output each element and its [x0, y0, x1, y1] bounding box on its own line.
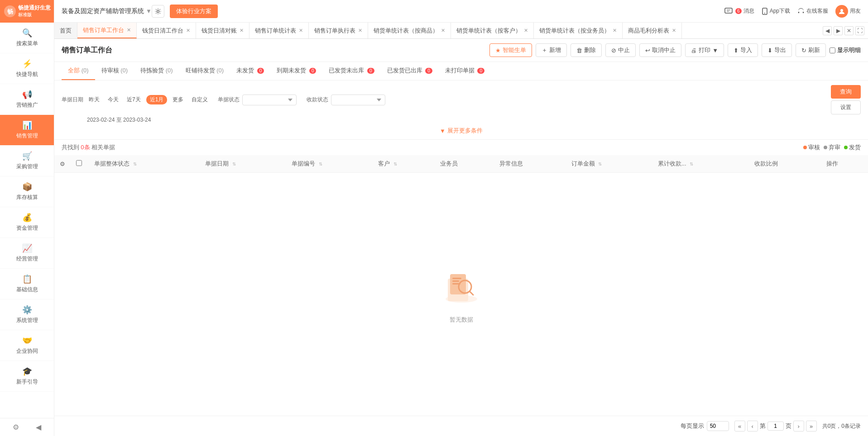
sub-tab-all[interactable]: 全部 (0): [62, 62, 95, 80]
tab-sales-stats-product[interactable]: 销货单统计表（按商品） ✕: [368, 23, 451, 38]
sidebar-item-system[interactable]: ⚙️ 系统管理: [0, 299, 54, 330]
tab-product-margin[interactable]: 商品毛利分析表 ✕: [623, 23, 682, 38]
tab-cash-reconcile-close-icon[interactable]: ✕: [240, 28, 244, 33]
page-number-input[interactable]: 1: [767, 422, 784, 431]
tab-sales-order-exec-close-icon[interactable]: ✕: [358, 28, 362, 33]
tab-sales-order-stats-close-icon[interactable]: ✕: [299, 28, 303, 33]
export-button[interactable]: ⬇ 导出: [762, 43, 792, 57]
col-settings[interactable]: ⚙: [54, 155, 71, 173]
filter-expand-button[interactable]: ▼ 展开更多条件: [62, 127, 861, 135]
tab-cash-daily[interactable]: 钱货日清工作台 ✕: [137, 23, 196, 38]
status-sort-icon[interactable]: ⇅: [133, 161, 137, 166]
sidebar-item-cooperation[interactable]: 🤝 企业协同: [0, 330, 54, 361]
date-opt-1month[interactable]: 近1月: [146, 95, 168, 104]
refresh-button[interactable]: ↻ 刷新: [796, 43, 826, 57]
system-title-dropdown[interactable]: ▼: [146, 8, 152, 14]
sidebar-item-quick-nav[interactable]: ⚡ 快捷导航: [0, 53, 54, 84]
col-checkbox[interactable]: [71, 155, 89, 173]
sub-tab-wangpu-pending[interactable]: 旺铺待发货 (0): [179, 62, 230, 80]
tab-sales-order-workbench[interactable]: 销售订单工作台 ✕: [77, 23, 137, 38]
delete-button[interactable]: 🗑 删除: [571, 43, 602, 57]
tab-scroll-right-button[interactable]: ▶: [834, 26, 843, 35]
filter-setting-button[interactable]: 设置: [831, 100, 861, 114]
number-sort-icon[interactable]: ⇅: [319, 161, 322, 166]
sidebar-item-basic-info[interactable]: 📋 基础信息: [0, 269, 54, 299]
tab-sales-stats-staff[interactable]: 销货单统计表（按业务员） ✕: [534, 23, 623, 38]
sub-tab-pending-review[interactable]: 待审核 (0): [95, 62, 134, 80]
sidebar-item-purchase[interactable]: 🛒 采购管理: [0, 146, 54, 176]
date-opt-custom[interactable]: 自定义: [189, 95, 211, 104]
show-detail-checkbox[interactable]: [830, 47, 835, 53]
smart-order-button[interactable]: ★ 智能生单: [489, 43, 532, 57]
filter-status-select[interactable]: [242, 95, 297, 105]
customer-sort-icon[interactable]: ⇅: [393, 161, 397, 166]
tab-sales-order-close-icon[interactable]: ✕: [127, 27, 131, 33]
tab-close-current-button[interactable]: ✕: [844, 26, 854, 35]
sub-tab-pending-inspect[interactable]: 待拣验货 (0): [134, 62, 179, 80]
table-action-buttons: 审核 弃审 发货: [803, 143, 861, 152]
review-dot: [803, 146, 807, 149]
column-settings-icon[interactable]: ⚙: [60, 161, 65, 167]
sidebar-item-search[interactable]: 🔍 搜索菜单: [0, 23, 54, 53]
page-next-button[interactable]: ›: [793, 421, 804, 431]
sidebar-item-operation[interactable]: 📈 经营管理: [0, 238, 54, 269]
per-page-select[interactable]: 50 100: [707, 421, 729, 431]
experience-button[interactable]: 体验行业方案: [170, 5, 218, 18]
page-first-button[interactable]: «: [734, 421, 745, 431]
sidebar-item-finance[interactable]: 💰 资金管理: [0, 207, 54, 238]
date-opt-today[interactable]: 今天: [105, 95, 121, 104]
tab-sales-stats-product-close-icon[interactable]: ✕: [441, 28, 445, 33]
date-sort-icon[interactable]: ⇅: [232, 161, 236, 166]
tab-home[interactable]: 首页: [54, 23, 77, 38]
online-service-button[interactable]: 在线客服: [797, 7, 828, 15]
message-button[interactable]: 6 消息: [724, 7, 754, 15]
sub-tab-shipped-out[interactable]: 已发货已出库 0: [381, 62, 439, 80]
tab-sales-stats-customer[interactable]: 销货单统计表（按客户） ✕: [451, 23, 534, 38]
cancel-review-button[interactable]: 弃审: [824, 143, 840, 152]
app-version: 标准版: [18, 12, 51, 18]
date-opt-7days[interactable]: 近7天: [124, 95, 144, 104]
amount-sort-icon[interactable]: ⇅: [598, 161, 602, 166]
tab-cash-reconcile[interactable]: 钱货日清对账 ✕: [196, 23, 249, 38]
tab-sales-stats-customer-close-icon[interactable]: ✕: [524, 28, 528, 33]
ship-button[interactable]: 发货: [844, 143, 861, 152]
tab-sales-order-exec[interactable]: 销售订单执行表 ✕: [309, 23, 368, 38]
collapse-icon[interactable]: ◀: [36, 423, 41, 431]
user-profile-button[interactable]: 用友: [835, 5, 861, 18]
tab-sales-stats-staff-close-icon[interactable]: ✕: [613, 28, 617, 33]
topbar-settings-button[interactable]: [152, 5, 164, 18]
date-opt-yesterday[interactable]: 昨天: [86, 95, 102, 104]
result-number: 0条: [81, 144, 90, 151]
cancel-stop-button[interactable]: ↩ 取消中止: [639, 43, 681, 57]
sidebar-item-marketing[interactable]: 📢 营销推广: [0, 84, 54, 115]
query-button[interactable]: 查询: [831, 85, 861, 99]
sidebar-item-inventory[interactable]: 📦 库存核算: [0, 176, 54, 207]
sub-tab-not-printed[interactable]: 未打印单据 0: [439, 62, 491, 80]
tab-cash-daily-close-icon[interactable]: ✕: [186, 28, 190, 33]
settings-bottom-icon[interactable]: ⚙: [13, 423, 19, 431]
sidebar-item-newbie[interactable]: 🎓 新手引导: [0, 361, 54, 392]
select-all-checkbox[interactable]: [76, 160, 82, 166]
tab-product-margin-close-icon[interactable]: ✕: [672, 28, 676, 33]
page-prev-button[interactable]: ‹: [747, 421, 758, 431]
tab-scroll-left-button[interactable]: ◀: [823, 26, 832, 35]
tab-maximize-button[interactable]: ⛶: [855, 26, 864, 35]
print-button[interactable]: 🖨 打印 ▼: [685, 43, 724, 57]
date-opt-more[interactable]: 更多: [170, 95, 186, 104]
sub-tab-expired-not-shipped[interactable]: 到期未发货 0: [270, 62, 322, 80]
filter-payment-select[interactable]: [331, 95, 385, 105]
stop-button[interactable]: ⊘ 中止: [605, 43, 636, 57]
new-button[interactable]: ＋ 新增: [536, 43, 567, 57]
sub-tab-shipped-not-out[interactable]: 已发货未出库 0: [322, 62, 380, 80]
app-download-button[interactable]: App下载: [762, 7, 790, 15]
received-sort-icon[interactable]: ⇅: [690, 161, 693, 166]
tab-sales-order-exec-label: 销售订单执行表: [314, 27, 355, 35]
review-button[interactable]: 审核: [803, 143, 820, 152]
import-button[interactable]: ⬆ 导入: [728, 43, 758, 57]
tab-sales-order-stats[interactable]: 销售订单统计表 ✕: [249, 23, 309, 38]
sidebar-item-sales[interactable]: 📊 销售管理: [0, 115, 54, 146]
sub-tab-not-shipped[interactable]: 未发货 0: [230, 62, 270, 80]
show-detail-label[interactable]: 显示明细: [830, 46, 861, 54]
col-abnormal: 异常信息: [494, 155, 566, 173]
page-last-button[interactable]: »: [806, 421, 817, 431]
